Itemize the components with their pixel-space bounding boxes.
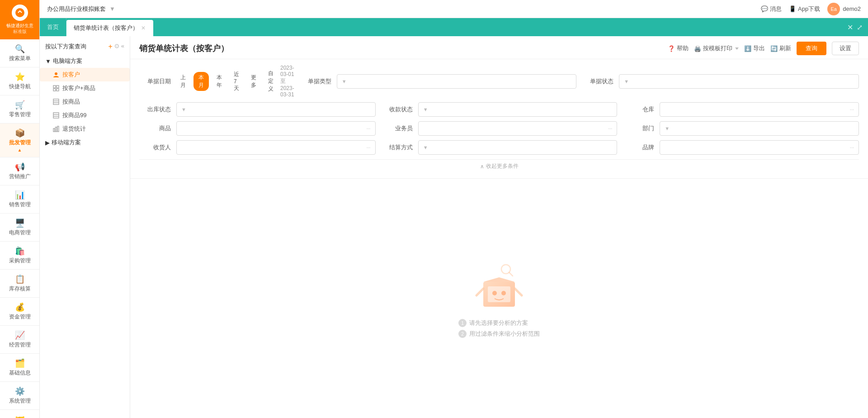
dept-label: 部门 [623, 124, 654, 133]
dropdown-arrow-icon: ▼ [624, 79, 629, 84]
dots-icon: ··· [608, 126, 612, 131]
scheme-panel: 按以下方案查询 + ⊙ « ▼ 电脑端方案 按客户 [40, 36, 130, 418]
dropdown-arrow-icon: ▼ [423, 145, 428, 150]
date-btn-last-month[interactable]: 上月 [176, 72, 190, 91]
doc-type-select[interactable]: ▼ [337, 74, 577, 89]
tab-sales-stats[interactable]: 销货单统计表（按客户） ✕ [66, 20, 153, 36]
ecommerce-icon: 🖥️ [15, 218, 25, 228]
sidebar-item-marketing[interactable]: 📢 营销推广 [0, 157, 39, 185]
product-select[interactable]: ··· [176, 121, 376, 136]
scheme-panel-title: 按以下方案查询 [45, 43, 86, 51]
dropdown-icon[interactable]: ▼ [109, 5, 115, 12]
sidebar-item-basic[interactable]: 🗂️ 基础信息 [0, 354, 39, 382]
scheme-group-mobile: ▶ 移动端方案 [40, 136, 130, 149]
scheme-group-header-desktop[interactable]: ▼ 电脑端方案 [40, 54, 130, 68]
sidebar-item-system[interactable]: ⚙️ 系统管理 [0, 382, 39, 410]
dots-icon: ··· [367, 145, 371, 150]
window-minimize-icon[interactable]: ✕ [847, 23, 853, 32]
scheme-item-by-customer[interactable]: 按客户 [40, 68, 130, 81]
date-btn-more[interactable]: 更多 [247, 72, 260, 91]
print-btn[interactable]: 🖨️ 按模板打印 [694, 44, 739, 52]
basic-icon: 🗂️ [15, 358, 25, 368]
header-right: 💬 消息 📱 App下载 Ea demo2 [761, 3, 861, 15]
app-logo: 畅捷通好生意 标准版 [0, 0, 40, 39]
group-label: 电脑端方案 [53, 57, 82, 65]
doc-status-label: 单据状态 [582, 77, 613, 86]
salesperson-select[interactable]: ··· [418, 121, 618, 136]
help-icon: ❓ [668, 45, 675, 52]
app-title: 办公用品行业模拟账套 [47, 5, 106, 13]
sidebar-item-search[interactable]: 🔍 搜索菜单 [0, 39, 39, 67]
dots-icon: ··· [850, 107, 854, 112]
app-download-btn[interactable]: 📱 App下载 [789, 5, 820, 13]
message-btn[interactable]: 💬 消息 [761, 5, 782, 13]
search-icon: 🔍 [15, 44, 25, 54]
date-btn-last-7days[interactable]: 近7天 [230, 69, 243, 94]
sidebar-item-quick-nav[interactable]: ⭐ 快捷导航 [0, 67, 39, 95]
tab-close-icon[interactable]: ✕ [141, 25, 146, 31]
svg-rect-5 [57, 89, 59, 91]
scheme-item-by-customer-product[interactable]: 按客户+商品 [40, 81, 130, 95]
ship-status-select[interactable]: ▼ [176, 102, 376, 117]
refresh-btn[interactable]: 🔄 刷新 [770, 44, 791, 52]
sidebar-item-finance[interactable]: 💰 资金管理 [0, 298, 39, 326]
pay-status-select[interactable]: ▼ [418, 102, 618, 117]
scheme-group-header-mobile[interactable]: ▶ 移动端方案 [40, 136, 130, 149]
empty-state: 1 请先选择要分析的方案 2 用过滤条件来缩小分析范围 [130, 179, 868, 418]
window-maximize-icon[interactable]: ⤢ [857, 23, 863, 32]
sidebar-item-operations[interactable]: 📈 经营管理 [0, 326, 39, 354]
sidebar-item-sales[interactable]: 📊 销售管理 [0, 185, 39, 214]
message-label: 消息 [770, 5, 782, 13]
logo-icon [12, 5, 28, 21]
scheme-item-by-product[interactable]: 按商品 [40, 95, 130, 109]
filter-row-status: 出库状态 ▼ 收款状态 ▼ 仓库 ··· [139, 102, 859, 117]
sidebar-item-ecommerce[interactable]: 🖥️ 电商管理 [0, 214, 39, 242]
avatar: Ea [827, 3, 840, 15]
collapse-scheme-btn[interactable]: « [121, 43, 124, 51]
settings-scheme-btn[interactable]: ⊙ [114, 43, 119, 51]
table-icon [52, 98, 60, 105]
scheme-item-return-stats[interactable]: 退货统计 [40, 122, 130, 136]
brand-label: 品牌 [623, 143, 654, 152]
receiver-select[interactable]: ··· [176, 140, 376, 155]
brand-select[interactable]: ··· [660, 140, 859, 155]
purchase-icon: 🛍️ [15, 246, 25, 256]
svg-point-17 [492, 291, 497, 295]
sales-icon: 📊 [15, 190, 25, 200]
date-btn-custom[interactable]: 自定义 [264, 68, 278, 95]
date-btn-this-month[interactable]: 本月 [193, 72, 209, 91]
sidebar-item-enterprise[interactable]: 🤝 企业协同 [0, 410, 39, 418]
settlement-select[interactable]: ▼ [418, 140, 618, 155]
doc-status-select[interactable]: ▼ [619, 74, 859, 89]
query-button[interactable]: 查询 [797, 42, 826, 55]
dept-select[interactable]: ▼ [660, 121, 859, 136]
sidebar-item-label: 批发管理 [9, 139, 31, 147]
enterprise-icon: 🤝 [15, 414, 25, 418]
tab-bar: 首页 销货单统计表（按客户） ✕ ✕ ⤢ [40, 18, 868, 36]
sidebar-item-purchase[interactable]: 🛍️ 采购管理 [0, 242, 39, 270]
scheme-item-by-product-99[interactable]: 按商品99 [40, 109, 130, 122]
add-scheme-btn[interactable]: + [108, 43, 112, 51]
group-expand-icon-mobile: ▶ [45, 139, 50, 146]
scheme-item-label: 按客户 [62, 71, 80, 79]
retail-icon: 🛒 [15, 100, 25, 110]
collapse-btn[interactable]: ∧ 收起更多条件 [139, 159, 859, 173]
sidebar-item-inventory[interactable]: 📋 库存核算 [0, 270, 39, 298]
page-actions: ❓ 帮助 🖨️ 按模板打印 ⬇️ 导出 🔄 刷新 [668, 42, 859, 55]
settings-button[interactable]: 设置 [832, 42, 859, 55]
wholesale-icon: 📦 [15, 128, 25, 138]
help-btn[interactable]: ❓ 帮助 [668, 44, 689, 52]
print-label: 按模板打印 [703, 44, 732, 52]
date-btn-this-year[interactable]: 本年 [212, 72, 226, 91]
warehouse-select[interactable]: ··· [660, 102, 859, 117]
sidebar-item-wholesale[interactable]: 📦 批发管理 ▲ [0, 124, 39, 157]
salesperson-label: 业务员 [381, 124, 413, 133]
sidebar-item-retail[interactable]: 🛒 零售管理 [0, 95, 39, 124]
help-label: 帮助 [677, 44, 689, 52]
hint-text-1: 请先选择要分析的方案 [469, 319, 528, 327]
tab-home[interactable]: 首页 [40, 18, 66, 36]
sidebar-item-label: 库存核算 [9, 285, 31, 293]
export-btn[interactable]: ⬇️ 导出 [744, 44, 765, 52]
user-menu[interactable]: Ea demo2 [827, 3, 861, 15]
scheme-panel-header: 按以下方案查询 + ⊙ « [40, 41, 130, 52]
